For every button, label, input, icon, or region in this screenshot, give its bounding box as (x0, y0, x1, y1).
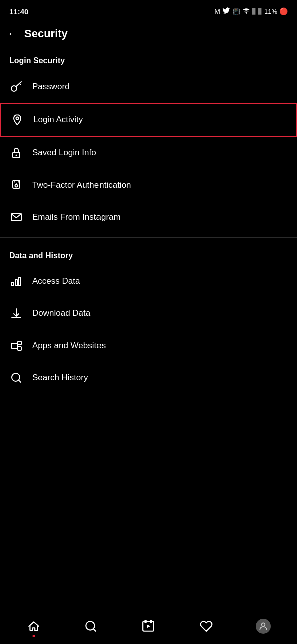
svg-rect-16 (18, 341, 21, 345)
nav-reels[interactable] (135, 613, 161, 639)
nav-profile[interactable] (250, 613, 276, 639)
menu-item-download-data[interactable]: Download Data (0, 297, 297, 330)
svg-line-21 (93, 629, 96, 631)
page-header: ← Security (0, 20, 297, 47)
svg-point-6 (16, 155, 17, 156)
login-activity-label: Login Activity (33, 115, 83, 125)
svg-rect-15 (11, 343, 18, 348)
email-icon (9, 210, 23, 224)
svg-point-0 (246, 13, 247, 14)
svg-rect-23 (145, 620, 146, 622)
menu-item-apps-websites[interactable]: Apps and Websites (0, 330, 297, 362)
battery-icon: 🔴 (279, 7, 288, 15)
wifi-icon (242, 7, 250, 16)
lock-icon (9, 146, 23, 160)
bottom-navigation (0, 608, 297, 644)
status-bar: 11:40 M 📳 ▊ ▊ 11% 🔴 (0, 0, 297, 20)
apps-icon (9, 339, 23, 353)
access-data-label: Access Data (32, 276, 80, 286)
svg-rect-24 (151, 620, 152, 622)
nav-heart[interactable] (193, 613, 219, 639)
shield-icon (9, 178, 23, 192)
heart-icon (200, 620, 213, 633)
download-data-label: Download Data (32, 308, 90, 318)
search-nav-icon (84, 620, 97, 633)
data-history-section-label: Data and History (0, 242, 297, 265)
saved-login-label: Saved Login Info (32, 148, 96, 158)
back-button[interactable]: ← (7, 28, 18, 39)
gmail-icon: M (214, 7, 220, 15)
menu-item-emails[interactable]: Emails From Instagram (0, 201, 297, 233)
download-icon (9, 306, 23, 320)
key-icon (9, 79, 23, 94)
page-title: Security (24, 27, 68, 40)
twitter-icon (222, 7, 230, 16)
svg-rect-11 (12, 282, 14, 286)
login-security-section-label: Login Security (0, 47, 297, 70)
svg-line-19 (19, 380, 21, 382)
svg-rect-17 (18, 347, 21, 350)
menu-item-saved-login[interactable]: Saved Login Info (0, 137, 297, 169)
two-factor-label: Two-Factor Authentication (32, 180, 131, 190)
section-divider (0, 237, 297, 238)
svg-point-25 (262, 623, 265, 626)
password-label: Password (32, 82, 70, 92)
menu-item-search-history[interactable]: Search History (0, 362, 297, 394)
status-time: 11:40 (9, 7, 28, 16)
nav-search[interactable] (78, 613, 104, 639)
location-icon (10, 113, 24, 127)
chart-icon (9, 274, 23, 288)
apps-websites-label: Apps and Websites (32, 341, 106, 351)
svg-point-4 (16, 117, 19, 120)
status-icons: M 📳 ▊ ▊ 11% 🔴 (214, 7, 288, 16)
svg-rect-13 (19, 277, 21, 286)
signal-icon: ▊ (252, 8, 256, 15)
nav-home[interactable] (21, 613, 47, 639)
search-icon (9, 371, 23, 385)
battery-indicator: 11% (264, 8, 277, 15)
reels-icon (142, 620, 155, 633)
svg-line-3 (19, 83, 21, 85)
menu-item-login-activity[interactable]: Login Activity (0, 103, 297, 137)
menu-item-two-factor[interactable]: Two-Factor Authentication (0, 169, 297, 201)
menu-item-access-data[interactable]: Access Data (0, 265, 297, 297)
emails-label: Emails From Instagram (32, 212, 121, 222)
menu-item-password[interactable]: Password (0, 70, 297, 103)
home-icon (27, 620, 40, 633)
search-history-label: Search History (32, 373, 88, 383)
vibrate-icon: 📳 (232, 8, 240, 15)
svg-rect-12 (15, 280, 17, 286)
avatar (256, 619, 271, 634)
signal2-icon: ▊ (258, 8, 262, 15)
